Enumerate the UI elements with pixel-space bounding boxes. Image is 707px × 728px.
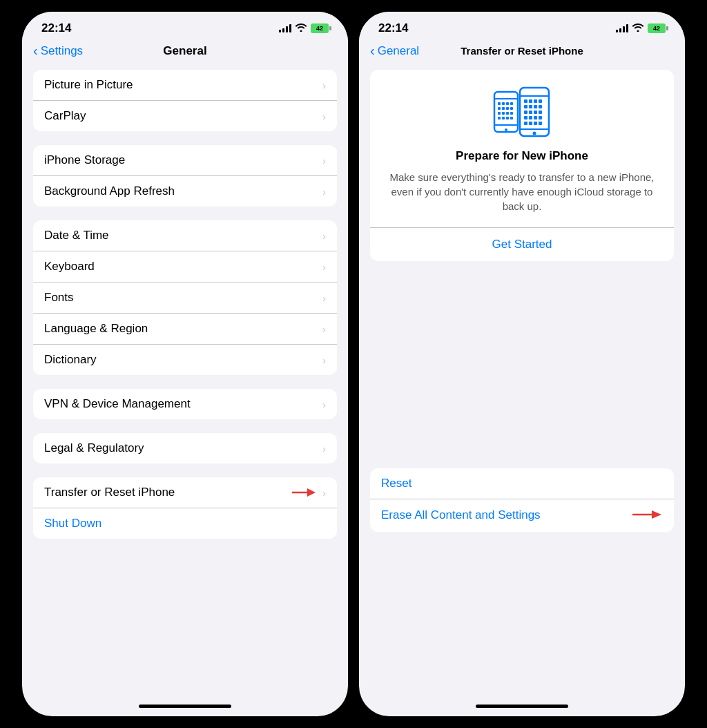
svg-rect-45 xyxy=(539,122,542,125)
label-legal: Legal & Regulatory xyxy=(44,441,317,455)
back-chevron-left: ‹ xyxy=(33,43,38,59)
svg-rect-9 xyxy=(510,102,513,105)
nav-bar-right: ‹ General Transfer or Reset iPhone xyxy=(359,41,685,64)
chevron-picture-in-picture: › xyxy=(322,79,326,91)
label-vpn: VPN & Device Management xyxy=(44,397,317,411)
svg-rect-37 xyxy=(539,111,542,114)
nav-back-label-left: Settings xyxy=(41,44,83,58)
chevron-carplay: › xyxy=(322,111,326,122)
label-dictionary: Dictionary xyxy=(44,353,317,367)
phone-transfer-icon xyxy=(491,86,553,138)
label-background-app-refresh: Background App Refresh xyxy=(44,184,317,198)
row-shut-down[interactable]: Shut Down xyxy=(33,508,337,539)
prepare-desc: Make sure everything's ready to transfer… xyxy=(384,170,660,213)
label-carplay: CarPlay xyxy=(44,109,317,123)
svg-rect-43 xyxy=(529,122,532,125)
right-scroll-content: Prepare for New iPhone Make sure everyth… xyxy=(359,64,685,699)
row-keyboard[interactable]: Keyboard › xyxy=(33,251,337,282)
svg-rect-42 xyxy=(524,122,527,125)
nav-back-left[interactable]: ‹ Settings xyxy=(33,44,109,59)
red-arrow-transfer xyxy=(292,487,317,498)
svg-rect-14 xyxy=(498,112,501,115)
settings-group-6: Transfer or Reset iPhone › Shut Down xyxy=(33,477,337,539)
row-iphone-storage[interactable]: iPhone Storage › xyxy=(33,145,337,176)
home-indicator-left xyxy=(139,705,231,708)
row-vpn[interactable]: VPN & Device Management › xyxy=(33,389,337,419)
row-fonts[interactable]: Fonts › xyxy=(33,282,337,314)
svg-rect-2 xyxy=(494,92,518,132)
svg-point-25 xyxy=(533,132,536,135)
svg-rect-33 xyxy=(539,105,542,108)
row-dictionary[interactable]: Dictionary › xyxy=(33,345,337,375)
svg-rect-38 xyxy=(524,116,527,119)
row-legal[interactable]: Legal & Regulatory › xyxy=(33,433,337,463)
svg-rect-34 xyxy=(524,111,527,114)
row-date-time[interactable]: Date & Time › xyxy=(33,220,337,251)
svg-rect-29 xyxy=(539,99,542,103)
svg-rect-7 xyxy=(502,102,505,105)
nav-back-right[interactable]: ‹ General xyxy=(370,44,446,59)
signal-icon-left xyxy=(279,24,291,32)
settings-group-5: Legal & Regulatory › xyxy=(33,433,337,463)
prepare-title: Prepare for New iPhone xyxy=(384,149,660,163)
left-scroll-content: Picture in Picture › CarPlay › iPhone St… xyxy=(22,64,348,699)
svg-rect-26 xyxy=(524,99,527,103)
chevron-keyboard: › xyxy=(322,261,326,273)
row-reset[interactable]: Reset xyxy=(370,468,674,499)
status-icons-right: 42 xyxy=(616,23,666,34)
signal-icon-right xyxy=(616,24,628,32)
wifi-icon-left xyxy=(296,23,307,34)
status-bar-left: 22:14 42 xyxy=(22,12,348,41)
get-started-button[interactable]: Get Started xyxy=(384,228,660,261)
settings-group-1: Picture in Picture › CarPlay › xyxy=(33,70,337,131)
svg-rect-39 xyxy=(529,116,532,119)
nav-back-label-right: General xyxy=(378,44,419,58)
row-language-region[interactable]: Language & Region › xyxy=(33,314,337,345)
svg-rect-30 xyxy=(524,105,527,108)
status-time-left: 22:14 xyxy=(41,21,71,35)
svg-rect-31 xyxy=(529,105,532,108)
status-time-right: 22:14 xyxy=(378,21,408,35)
label-keyboard: Keyboard xyxy=(44,260,317,274)
svg-rect-27 xyxy=(529,99,532,103)
svg-rect-11 xyxy=(502,107,505,110)
label-language-region: Language & Region xyxy=(44,322,317,336)
settings-group-4: VPN & Device Management › xyxy=(33,389,337,419)
status-bar-right: 22:14 42 xyxy=(359,12,685,41)
svg-rect-28 xyxy=(534,99,537,103)
svg-rect-8 xyxy=(506,102,509,105)
settings-group-2: iPhone Storage › Background App Refresh … xyxy=(33,145,337,207)
nav-title-left: General xyxy=(109,44,261,58)
svg-rect-44 xyxy=(534,122,537,125)
prepare-card: Prepare for New iPhone Make sure everyth… xyxy=(370,70,674,261)
home-indicator-right xyxy=(476,705,568,708)
svg-rect-13 xyxy=(510,107,513,110)
row-carplay[interactable]: CarPlay › xyxy=(33,101,337,131)
svg-rect-36 xyxy=(534,111,537,114)
label-fonts: Fonts xyxy=(44,291,317,305)
row-erase-all[interactable]: Erase All Content and Settings xyxy=(370,499,674,532)
label-iphone-storage: iPhone Storage xyxy=(44,153,317,167)
label-picture-in-picture: Picture in Picture xyxy=(44,78,317,92)
svg-point-5 xyxy=(505,128,507,131)
chevron-iphone-storage: › xyxy=(322,155,326,166)
chevron-language-region: › xyxy=(322,323,326,335)
label-erase-all: Erase All Content and Settings xyxy=(381,508,627,522)
wifi-icon-right xyxy=(632,23,643,34)
row-transfer-reset[interactable]: Transfer or Reset iPhone › xyxy=(33,477,337,508)
svg-rect-19 xyxy=(502,117,505,119)
row-picture-in-picture[interactable]: Picture in Picture › xyxy=(33,70,337,101)
prepare-icon-area xyxy=(384,86,660,138)
svg-rect-15 xyxy=(502,112,505,115)
svg-rect-12 xyxy=(506,107,509,110)
bottom-buttons-group: Reset Erase All Content and Settings xyxy=(370,468,674,532)
svg-rect-17 xyxy=(510,112,513,115)
status-icons-left: 42 xyxy=(279,23,329,34)
chevron-background-app-refresh: › xyxy=(322,186,326,198)
row-background-app-refresh[interactable]: Background App Refresh › xyxy=(33,176,337,207)
back-chevron-right: ‹ xyxy=(370,43,375,59)
label-shut-down: Shut Down xyxy=(44,517,326,530)
svg-rect-35 xyxy=(529,111,532,114)
svg-rect-16 xyxy=(506,112,509,115)
svg-rect-32 xyxy=(534,105,537,108)
